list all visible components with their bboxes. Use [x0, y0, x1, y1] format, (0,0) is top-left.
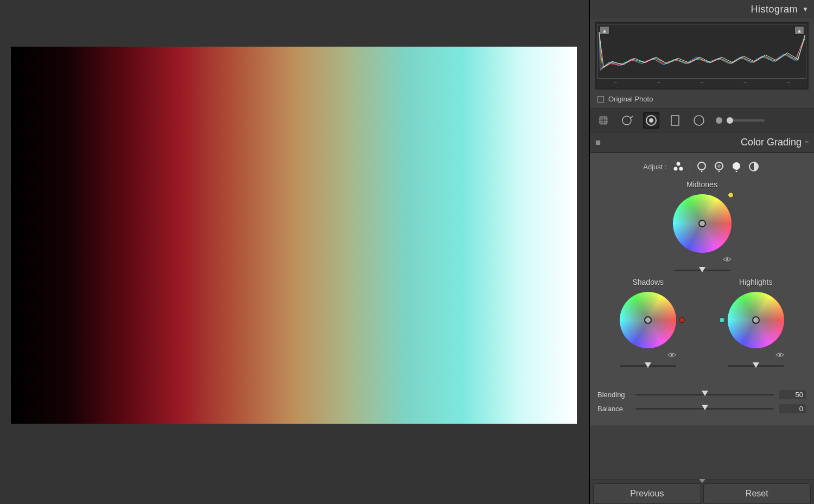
svg-point-14 — [698, 162, 705, 170]
midtones-label: Midtones — [686, 180, 717, 189]
blending-slider[interactable] — [635, 394, 774, 395]
midtones-tint-handle[interactable] — [728, 192, 734, 198]
radial-icon — [692, 114, 705, 127]
svg-point-22 — [726, 258, 728, 260]
color-grading-title: Color Grading — [741, 137, 802, 148]
highlights-luminance-slider[interactable] — [728, 362, 784, 369]
histogram-svg — [598, 32, 806, 76]
eye-icon[interactable] — [775, 352, 784, 358]
midtones-mode-icon — [714, 161, 724, 172]
shadows-section: Shadows — [597, 278, 699, 369]
adjust-mode-global-button[interactable] — [747, 160, 761, 174]
adjust-brush-slider[interactable] — [715, 116, 809, 125]
radial-tool-button[interactable] — [691, 112, 707, 129]
blend-balance-rows: Blending 50 Balance 0 — [597, 387, 806, 416]
svg-point-17 — [717, 164, 721, 168]
svg-point-24 — [779, 354, 781, 356]
shadows-mode-icon — [696, 161, 707, 172]
panel-footer-buttons: Previous Reset — [590, 480, 814, 504]
eye-icon[interactable] — [723, 256, 732, 263]
histogram-plot[interactable]: ▲ ▲ — [597, 24, 806, 79]
svg-point-9 — [694, 116, 704, 125]
blending-value[interactable]: 50 — [779, 390, 806, 399]
threeway-icon — [673, 161, 684, 172]
svg-point-5 — [622, 116, 631, 125]
adjust-mode-row: Adjust : — [597, 160, 806, 174]
midtones-color-wheel[interactable] — [673, 194, 732, 253]
blending-knob[interactable] — [702, 391, 708, 396]
brush-slider-track[interactable] — [727, 119, 765, 122]
midtones-luminance-knob[interactable] — [699, 267, 705, 272]
svg-point-19 — [733, 162, 740, 170]
image-canvas-area — [0, 0, 589, 504]
adjust-mode-highlights-button[interactable] — [729, 160, 743, 174]
brush-knob-icon — [715, 116, 723, 125]
shadows-label: Shadows — [632, 278, 664, 286]
adjust-mode-threeway-button[interactable] — [671, 160, 685, 174]
highlights-section: Highlights — [705, 278, 807, 369]
crop-icon — [597, 114, 609, 126]
blending-row: Blending 50 — [597, 387, 806, 401]
local-adjust-toolstrip — [590, 109, 814, 132]
svg-point-10 — [716, 117, 722, 124]
svg-rect-8 — [671, 116, 679, 125]
eye-icon[interactable] — [667, 352, 676, 358]
midtones-wheel-center[interactable] — [698, 220, 706, 227]
shadows-luminance-slider[interactable] — [620, 362, 676, 369]
preview-image[interactable] — [11, 47, 577, 424]
spot-icon — [621, 114, 634, 127]
histogram-container: ▲ ▲ – – – – – — [595, 22, 809, 90]
spot-removal-button[interactable] — [619, 112, 635, 129]
balance-value[interactable]: 0 — [779, 404, 806, 413]
histogram-title: Histogram — [751, 4, 798, 15]
balance-label: Balance — [597, 405, 630, 413]
shadows-tint-handle[interactable] — [679, 317, 685, 323]
svg-point-7 — [649, 118, 653, 123]
histogram-zone-ticks: – – – – – — [597, 79, 806, 87]
highlights-tint-handle[interactable] — [719, 317, 725, 323]
highlights-luminance-knob[interactable] — [753, 362, 759, 368]
previous-button[interactable]: Previous — [593, 483, 701, 504]
color-grading-body: Adjust : Midtone — [590, 153, 814, 425]
highlights-wheel-center[interactable] — [752, 316, 760, 324]
svg-point-11 — [676, 162, 680, 166]
highlights-label: Highlights — [739, 278, 772, 286]
redeye-icon — [645, 114, 658, 127]
brush-slider-knob[interactable] — [727, 117, 733, 124]
balance-slider[interactable] — [635, 408, 774, 410]
highlights-mode-icon — [731, 161, 742, 172]
midtones-section: Midtones — [597, 180, 806, 273]
shadows-wheel-center[interactable] — [644, 316, 652, 324]
develop-side-panel: Histogram ▼ ▲ ▲ – – – – – — [589, 0, 814, 504]
balance-row: Balance 0 — [597, 401, 806, 416]
original-photo-label: Original Photo — [608, 95, 653, 103]
crop-tool-button[interactable] — [595, 112, 612, 129]
original-photo-checkbox[interactable] — [597, 96, 604, 103]
global-mode-icon — [749, 162, 759, 171]
highlights-color-wheel[interactable] — [728, 292, 784, 348]
chevron-down-icon: ▼ — [802, 5, 809, 13]
midtones-luminance-slider[interactable] — [674, 267, 730, 273]
svg-point-15 — [701, 171, 702, 173]
shadows-color-wheel[interactable] — [620, 292, 676, 348]
redeye-tool-button[interactable] — [643, 112, 659, 129]
histogram-panel-header[interactable]: Histogram ▼ — [590, 0, 814, 18]
blending-label: Blending — [597, 391, 630, 399]
gradient-tool-button[interactable] — [667, 112, 683, 129]
shadows-luminance-knob[interactable] — [645, 362, 651, 368]
svg-rect-0 — [600, 117, 607, 124]
balance-knob[interactable] — [702, 405, 708, 410]
svg-point-13 — [679, 167, 683, 171]
shadows-highlights-row: Shadows Highlights — [597, 278, 806, 369]
reset-button[interactable]: Reset — [703, 483, 811, 504]
panel-resize-grip-icon[interactable] — [699, 479, 705, 483]
color-grading-panel-header[interactable]: Color Grading ≡ — [590, 132, 814, 153]
panel-menu-icon[interactable]: ≡ — [805, 139, 809, 146]
original-photo-row[interactable]: Original Photo — [590, 90, 814, 109]
gradient-icon — [670, 114, 681, 126]
svg-point-23 — [671, 354, 673, 356]
panel-toggle-switch[interactable] — [595, 140, 601, 145]
midtones-eye-row — [673, 256, 732, 265]
adjust-mode-midtones-button[interactable] — [712, 160, 726, 174]
adjust-mode-shadows-button[interactable] — [695, 160, 709, 174]
